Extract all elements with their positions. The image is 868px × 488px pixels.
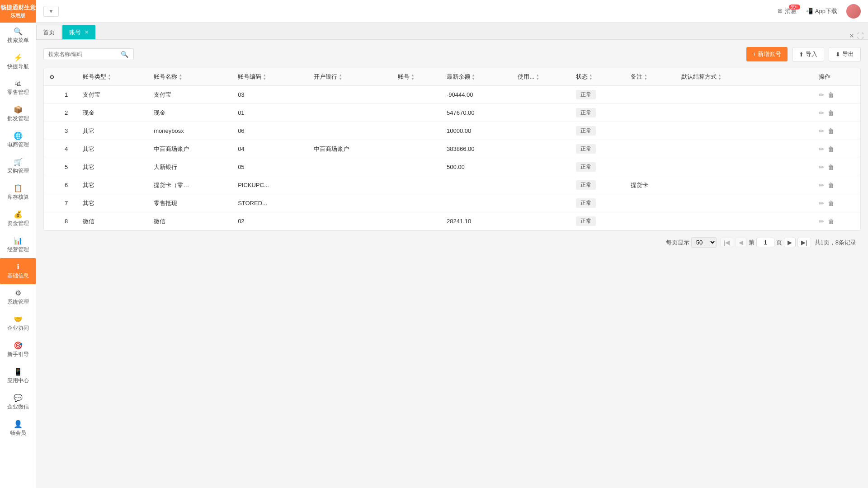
app-download-button[interactable]: 📲 App下载 [806,7,837,15]
sidebar-item-wholesale[interactable]: 📦 批发管理 [0,101,36,127]
prev-page-button[interactable]: ◀ [735,238,747,247]
inventory-icon: 📋 [14,184,23,192]
col-default-settle[interactable]: 默认结算方式▲▼ [677,68,814,86]
header-left: ▼ [43,6,59,17]
col-account-no[interactable]: 账号▲▼ [393,68,442,86]
tab-fullscreen-icon[interactable]: ⛶ [857,32,863,39]
row-balance-7: 28241.10 [442,212,513,230]
sidebar-item-corpwx[interactable]: 💬 企业微信 [0,389,36,415]
sidebar-item-label: 新手引导 [7,351,29,358]
col-account-type[interactable]: 账号类型▲▼ [78,68,149,86]
row-num-6: 7 [60,194,78,212]
delete-icon-4[interactable]: 🗑 [828,164,834,171]
sidebar-item-appcenter[interactable]: 📱 应用中心 [0,363,36,389]
row-usage-6 [513,194,571,212]
tab-bar: 首页 账号 ✕ ✕ ⛶ [36,23,868,40]
col-account-name[interactable]: 账号名称▲▼ [149,68,233,86]
last-page-button[interactable]: ▶| [797,238,811,247]
row-status-3: 正常 [571,140,626,158]
first-page-button[interactable]: |◀ [720,238,733,247]
row-actions-1: ✏ 🗑 [814,104,860,122]
tab-close-icon[interactable]: ✕ [85,29,89,35]
edit-icon-6[interactable]: ✏ [819,200,824,207]
row-account-code-0: 03 [233,86,309,104]
delete-icon-6[interactable]: 🗑 [828,200,834,207]
sidebar-item-newguide[interactable]: 🎯 新手引导 [0,337,36,363]
edit-icon-0[interactable]: ✏ [819,91,824,99]
delete-icon-3[interactable]: 🗑 [828,145,834,153]
col-bank[interactable]: 开户银行▲▼ [309,68,393,86]
sidebar-item-basic[interactable]: ℹ 基础信息 [0,258,36,284]
row-settings-3 [44,140,60,158]
col-settings[interactable]: ⚙ [44,68,60,86]
delete-icon-5[interactable]: 🗑 [828,182,834,189]
search-input[interactable] [48,51,121,57]
search-icon[interactable]: 🔍 [121,51,128,58]
per-page-label: 每页显示 [666,239,689,247]
row-num-5: 6 [60,176,78,194]
message-button[interactable]: ✉ 消息 99+ [778,7,797,15]
row-status-2: 正常 [571,122,626,140]
row-account-type-1: 现金 [78,104,149,122]
user-avatar[interactable] [846,4,861,19]
sidebar-item-corp[interactable]: 🤝 企业协同 [0,310,36,337]
edit-icon-5[interactable]: ✏ [819,182,824,189]
sidebar-item-finance[interactable]: 💰 资金管理 [0,206,36,232]
row-account-name-1: 现金 [149,104,233,122]
col-usage[interactable]: 使用...▲▼ [513,68,571,86]
import-label: 导入 [806,50,817,58]
sidebar-item-system[interactable]: ⚙ 系统管理 [0,284,36,310]
col-remark[interactable]: 备注▲▼ [626,68,677,86]
row-balance-6 [442,194,513,212]
sidebar-item-member[interactable]: 👤 畅会员 [0,415,36,441]
sidebar-item-ops[interactable]: 📊 经营管理 [0,232,36,258]
page-input[interactable] [756,238,774,247]
edit-icon-2[interactable]: ✏ [819,127,824,135]
delete-icon-7[interactable]: 🗑 [828,218,834,225]
row-settings-1 [44,104,60,122]
purchase-icon: 🛒 [14,158,23,166]
row-remark-6 [626,194,677,212]
row-account-no-3 [393,140,442,158]
col-account-code[interactable]: 账号编码▲▼ [233,68,309,86]
appcenter-icon: 📱 [14,367,23,376]
system-icon: ⚙ [15,289,21,297]
export-button[interactable]: ⬇ 导出 [829,47,861,61]
row-account-type-3: 其它 [78,140,149,158]
delete-icon-2[interactable]: 🗑 [828,127,834,135]
tab-account[interactable]: 账号 ✕ [62,25,95,39]
delete-icon-0[interactable]: 🗑 [828,91,834,99]
sidebar-item-retail[interactable]: 🛍 零售管理 [0,75,36,101]
edit-icon-1[interactable]: ✏ [819,109,824,117]
sidebar-item-purchase[interactable]: 🛒 采购管理 [0,153,36,179]
row-settings-6 [44,194,60,212]
import-button[interactable]: ⬆ 导入 [792,47,824,61]
export-icon: ⬇ [835,51,840,58]
row-balance-4: 500.00 [442,158,513,176]
finance-icon: 💰 [14,210,23,219]
app-download-label: App下载 [815,7,837,15]
row-default-settle-7 [677,212,814,230]
table-row: 3 其它 moneybosx 06 10000.00 正常 ✏ 🗑 [44,122,860,140]
message-icon: ✉ [778,8,783,14]
edit-icon-3[interactable]: ✏ [819,145,824,153]
sidebar-item-ecom[interactable]: 🌐 电商管理 [0,127,36,153]
row-bank-0 [309,86,393,104]
add-account-button[interactable]: + 新增账号 [746,47,788,61]
tab-close-all-icon[interactable]: ✕ [849,32,854,39]
edit-icon-4[interactable]: ✏ [819,164,824,171]
sidebar-item-search[interactable]: 🔍 搜索菜单 [0,23,36,49]
sidebar-item-inventory[interactable]: 📋 库存核算 [0,179,36,206]
row-account-code-1: 01 [233,104,309,122]
tab-home[interactable]: 首页 [36,25,61,39]
edit-icon-7[interactable]: ✏ [819,218,824,225]
sidebar-item-quick-nav[interactable]: ⚡ 快捷导航 [0,49,36,75]
app-logo: 畅捷通财生意 乐惠版 [0,0,36,23]
next-page-button[interactable]: ▶ [784,238,796,247]
delete-icon-1[interactable]: 🗑 [828,109,834,117]
per-page-select[interactable]: 50 100 200 [691,237,717,248]
col-balance[interactable]: 最新余额▲▼ [442,68,513,86]
col-status[interactable]: 状态▲▼ [571,68,626,86]
row-account-name-7: 微信 [149,212,233,230]
workspace-dropdown[interactable]: ▼ [43,6,59,17]
